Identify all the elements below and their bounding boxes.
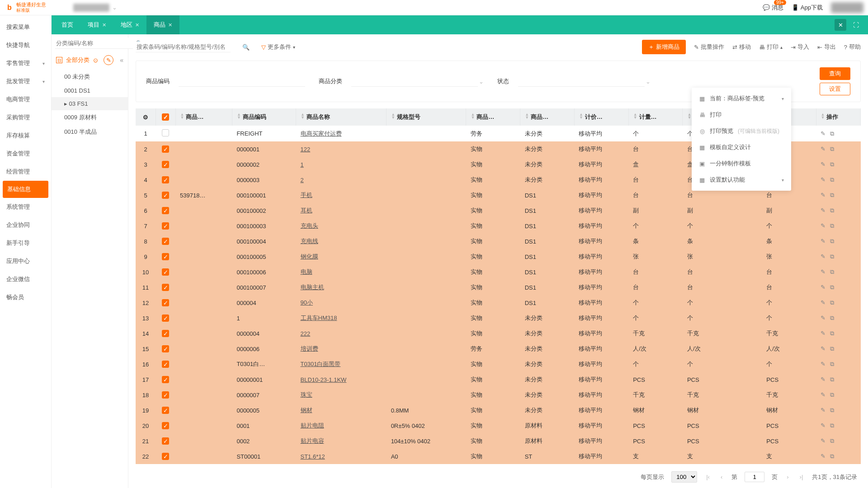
cell-name-link[interactable]: ST1.6*12 bbox=[301, 453, 325, 460]
table-row[interactable]: 18✓0000007珠宝实物未分类移动平均千克千克千克✎⧉ bbox=[136, 387, 861, 403]
table-row[interactable]: 16✓T0301白…T0301白面黑带实物未分类移动平均个个个✎⧉ bbox=[136, 357, 861, 372]
row-edit-icon[interactable]: ✎ bbox=[821, 437, 826, 445]
table-header[interactable]: ▲▼规格型号 bbox=[387, 108, 466, 126]
row-edit-icon[interactable]: ✎ bbox=[821, 253, 826, 260]
row-checkbox[interactable]: ✓ bbox=[162, 345, 169, 352]
row-checkbox[interactable]: ✓ bbox=[162, 161, 169, 168]
table-row[interactable]: 20✓0001贴片电阻0R±5% 0402实物原材料移动平均PCSPCSPCS✎… bbox=[136, 418, 861, 433]
table-row[interactable]: 10✓000100006电脑实物DS1移动平均台台台✎⧉ bbox=[136, 264, 861, 280]
table-row[interactable]: 6✓000100002耳机实物DS1移动平均副副副✎⧉ bbox=[136, 203, 861, 218]
row-checkbox[interactable]: ✓ bbox=[162, 176, 169, 183]
row-checkbox[interactable] bbox=[162, 129, 169, 136]
cell-name-link[interactable]: 2 bbox=[301, 177, 304, 183]
row-edit-icon[interactable]: ✎ bbox=[821, 422, 826, 429]
row-more-icon[interactable]: ⧉ bbox=[830, 407, 834, 414]
sort-icon[interactable]: ▲▼ bbox=[180, 113, 184, 119]
cell-name-link[interactable]: 钢化膜 bbox=[301, 253, 318, 260]
sidebar-item[interactable]: 零售管理▾ bbox=[0, 54, 51, 72]
prev-page-icon[interactable]: ‹ bbox=[719, 474, 724, 480]
row-more-icon[interactable]: ⧉ bbox=[830, 192, 834, 199]
row-more-icon[interactable]: ⧉ bbox=[830, 330, 834, 337]
tree-item[interactable]: ▸ 03 FS1 bbox=[52, 97, 128, 110]
per-page-select[interactable]: 100 bbox=[671, 471, 697, 483]
table-row[interactable]: 11✓000100007电脑主机实物DS1移动平均台台台✎⧉ bbox=[136, 280, 861, 295]
cell-name-link[interactable]: 珠宝 bbox=[301, 391, 312, 398]
tree-item[interactable]: 0001 DS1 bbox=[52, 84, 128, 97]
row-edit-icon[interactable]: ✎ bbox=[821, 361, 826, 368]
tree-expand-icon[interactable]: ⊟ bbox=[56, 57, 62, 63]
add-product-button[interactable]: ＋ 新增商品 bbox=[642, 40, 686, 54]
sort-icon[interactable]: ▲▼ bbox=[821, 113, 825, 119]
row-edit-icon[interactable]: ✎ bbox=[821, 238, 826, 245]
cell-name-link[interactable]: 耳机 bbox=[301, 207, 312, 214]
help-link[interactable]: ?帮助 bbox=[844, 43, 861, 51]
row-checkbox[interactable]: ✓ bbox=[162, 314, 169, 322]
sort-icon[interactable]: ▲▼ bbox=[687, 113, 691, 119]
cell-name-link[interactable]: 1 bbox=[301, 161, 304, 168]
first-page-icon[interactable]: |‹ bbox=[704, 474, 712, 480]
row-more-icon[interactable]: ⧉ bbox=[830, 222, 834, 230]
tree-collapse-icon[interactable]: « bbox=[120, 56, 123, 64]
close-icon[interactable]: ✕ bbox=[102, 22, 106, 28]
row-edit-icon[interactable]: ✎ bbox=[821, 453, 826, 460]
row-edit-icon[interactable]: ✎ bbox=[821, 330, 826, 337]
row-edit-icon[interactable]: ✎ bbox=[821, 407, 826, 414]
row-edit-icon[interactable]: ✎ bbox=[821, 268, 826, 276]
row-checkbox[interactable]: ✓ bbox=[162, 222, 169, 230]
sort-icon[interactable]: ▲▼ bbox=[525, 113, 529, 119]
row-more-icon[interactable]: ⧉ bbox=[830, 253, 834, 260]
last-page-icon[interactable]: ›| bbox=[798, 474, 805, 480]
table-row[interactable]: 7✓000100003充电头实物DS1移动平均个个个✎⧉ bbox=[136, 218, 861, 234]
cell-name-link[interactable]: 钢材 bbox=[301, 407, 312, 413]
org-selector[interactable]: ⌄ bbox=[73, 4, 117, 12]
close-icon[interactable]: ✕ bbox=[135, 22, 139, 28]
page-input[interactable] bbox=[745, 472, 764, 482]
tab[interactable]: 首页 bbox=[54, 15, 80, 34]
row-edit-icon[interactable]: ✎ bbox=[821, 391, 826, 399]
table-row[interactable]: 17✓00000001BLD10-23-1.1KW实物未分类移动平均PCSPCS… bbox=[136, 372, 861, 387]
tab[interactable]: 项目✕ bbox=[80, 15, 113, 34]
select-all-checkbox[interactable]: ✓ bbox=[162, 113, 169, 121]
row-checkbox[interactable]: ✓ bbox=[162, 238, 169, 245]
table-row[interactable]: 14✓0000004222实物未分类移动平均千克千克千克✎⧉ bbox=[136, 326, 861, 341]
messages-link[interactable]: 💬 消息 99+ bbox=[763, 4, 783, 12]
sort-icon[interactable]: ▲▼ bbox=[391, 113, 395, 119]
table-header[interactable]: ▲▼计量… bbox=[628, 108, 683, 126]
sort-icon[interactable]: ▲▼ bbox=[237, 113, 241, 119]
row-more-icon[interactable]: ⧉ bbox=[830, 161, 834, 168]
settings-button[interactable]: 设置 bbox=[820, 83, 850, 95]
cell-name-link[interactable]: 手机 bbox=[301, 192, 312, 198]
table-header[interactable]: ▲▼商品名称 bbox=[296, 108, 387, 126]
row-edit-icon[interactable]: ✎ bbox=[821, 161, 826, 168]
row-edit-icon[interactable]: ✎ bbox=[821, 145, 826, 153]
table-header[interactable]: ⚙ bbox=[136, 108, 156, 126]
print-link[interactable]: 🖶打印▴ bbox=[759, 43, 783, 51]
row-edit-icon[interactable]: ✎ bbox=[821, 130, 826, 137]
row-more-icon[interactable]: ⧉ bbox=[830, 391, 834, 399]
row-more-icon[interactable]: ⧉ bbox=[830, 130, 834, 137]
user-avatar[interactable] bbox=[831, 2, 863, 13]
cell-name-link[interactable]: 电脑主机 bbox=[301, 284, 324, 291]
cell-name-link[interactable]: 90小 bbox=[301, 299, 313, 306]
row-edit-icon[interactable]: ✎ bbox=[821, 222, 826, 230]
sidebar-item[interactable]: 畅会员 bbox=[0, 288, 51, 306]
cell-name-link[interactable]: 电商买家付运费 bbox=[301, 130, 342, 137]
sidebar-item[interactable]: 库存核算 bbox=[0, 127, 51, 145]
row-checkbox[interactable]: ✓ bbox=[162, 192, 169, 199]
table-header[interactable]: ▲▼操作 bbox=[816, 108, 860, 126]
tab[interactable]: 商品✕ bbox=[146, 15, 179, 34]
row-edit-icon[interactable]: ✎ bbox=[821, 176, 826, 183]
cell-name-link[interactable]: 贴片电阻 bbox=[301, 422, 324, 429]
search-icon[interactable]: 🔍 bbox=[242, 44, 250, 51]
row-edit-icon[interactable]: ✎ bbox=[821, 345, 826, 352]
row-more-icon[interactable]: ⧉ bbox=[830, 345, 834, 352]
row-checkbox[interactable]: ✓ bbox=[162, 407, 169, 414]
cell-name-link[interactable]: 培训费 bbox=[301, 345, 318, 352]
row-more-icon[interactable]: ⧉ bbox=[830, 437, 834, 445]
row-checkbox[interactable]: ✓ bbox=[162, 361, 169, 368]
filter-class-input[interactable] bbox=[351, 76, 478, 87]
close-all-tabs-icon[interactable]: ✕ bbox=[835, 19, 846, 31]
next-page-icon[interactable]: › bbox=[785, 474, 790, 480]
cell-name-link[interactable]: 工具车HM318 bbox=[301, 314, 337, 321]
table-header[interactable]: ▲▼商品… bbox=[520, 108, 575, 126]
